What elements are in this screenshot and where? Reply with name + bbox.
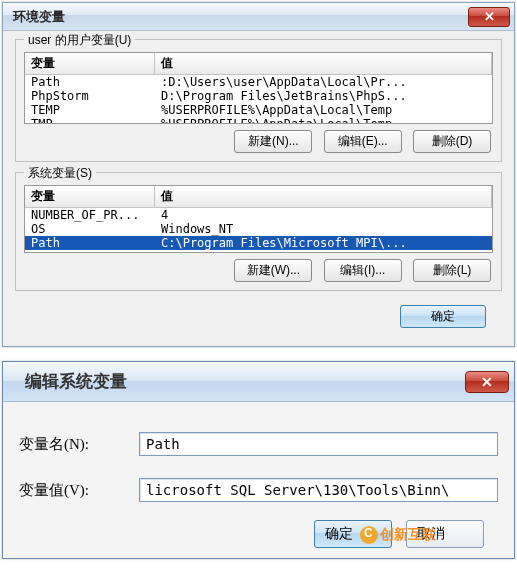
system-variables-group: 系统变量(S) 变量 值 NUMBER_OF_PR... 4 OS Window… [15, 172, 502, 291]
col-name[interactable]: 变量 [25, 53, 155, 74]
name-input[interactable] [139, 432, 498, 456]
user-edit-button[interactable]: 编辑(E)... [324, 130, 402, 153]
table-row[interactable]: NUMBER_OF_PR... 4 [25, 208, 492, 222]
dialog-body: 变量名(N): 变量值(V): 确定 取消 创新互联 [3, 402, 514, 558]
titlebar: 环境变量 ✕ [3, 3, 514, 31]
col-name[interactable]: 变量 [25, 186, 155, 207]
system-edit-button[interactable]: 编辑(I)... [324, 259, 402, 282]
value-row: 变量值(V): [19, 478, 498, 502]
system-variables-list[interactable]: 变量 值 NUMBER_OF_PR... 4 OS Windows_NT Pat… [24, 185, 493, 253]
close-icon: ✕ [484, 9, 495, 24]
user-variables-group: user 的用户变量(U) 变量 值 Path :D:\Users\user\A… [15, 39, 502, 162]
dialog-body: user 的用户变量(U) 变量 值 Path :D:\Users\user\A… [3, 31, 514, 346]
col-value[interactable]: 值 [155, 186, 492, 207]
value-label: 变量值(V): [19, 481, 139, 500]
table-row[interactable]: PhpStorm D:\Program Files\JetBrains\PhpS… [25, 89, 492, 103]
table-row[interactable]: TEMP %USERPROFILE%\AppData\Local\Temp [25, 103, 492, 117]
list-header: 变量 值 [25, 186, 492, 208]
system-group-label: 系统变量(S) [24, 165, 96, 182]
list-header: 变量 值 [25, 53, 492, 75]
table-row[interactable]: TMP %USERPROFILE%\AppData\Local\Temp [25, 117, 492, 124]
ok-button[interactable]: 确定 [400, 305, 486, 328]
table-row[interactable]: Path :D:\Users\user\AppData\Local\Pr... [25, 75, 492, 89]
name-label: 变量名(N): [19, 435, 139, 454]
table-row[interactable]: OS Windows_NT [25, 222, 492, 236]
table-row-selected[interactable]: Path C:\Program Files\Microsoft MPI\... [25, 236, 492, 250]
dialog-footer: 确定 取消 创新互联 [19, 516, 498, 548]
system-button-row: 新建(W)... 编辑(I)... 删除(L) [24, 253, 493, 284]
col-value[interactable]: 值 [155, 53, 492, 74]
user-new-button[interactable]: 新建(N)... [234, 130, 312, 153]
ok-button[interactable]: 确定 [314, 520, 392, 548]
titlebar: 编辑系统变量 ✕ [3, 362, 514, 402]
edit-variable-dialog: 编辑系统变量 ✕ 变量名(N): 变量值(V): 确定 取消 创新互联 [2, 361, 515, 559]
env-variables-dialog: 环境变量 ✕ user 的用户变量(U) 变量 值 Path :D:\Users… [2, 2, 515, 347]
system-delete-button[interactable]: 删除(L) [413, 259, 491, 282]
user-group-label: user 的用户变量(U) [24, 32, 135, 49]
dialog-title: 环境变量 [13, 8, 65, 26]
close-icon: ✕ [481, 374, 493, 390]
system-new-button[interactable]: 新建(W)... [234, 259, 312, 282]
close-button[interactable]: ✕ [465, 371, 509, 393]
user-variables-list[interactable]: 变量 值 Path :D:\Users\user\AppData\Local\P… [24, 52, 493, 124]
close-button[interactable]: ✕ [468, 7, 510, 27]
user-delete-button[interactable]: 删除(D) [413, 130, 491, 153]
cancel-button[interactable]: 取消 [406, 520, 484, 548]
user-button-row: 新建(N)... 编辑(E)... 删除(D) [24, 124, 493, 155]
name-row: 变量名(N): [19, 432, 498, 456]
dialog-footer: 确定 [15, 301, 502, 336]
dialog-title: 编辑系统变量 [13, 370, 127, 393]
value-input[interactable] [139, 478, 498, 502]
